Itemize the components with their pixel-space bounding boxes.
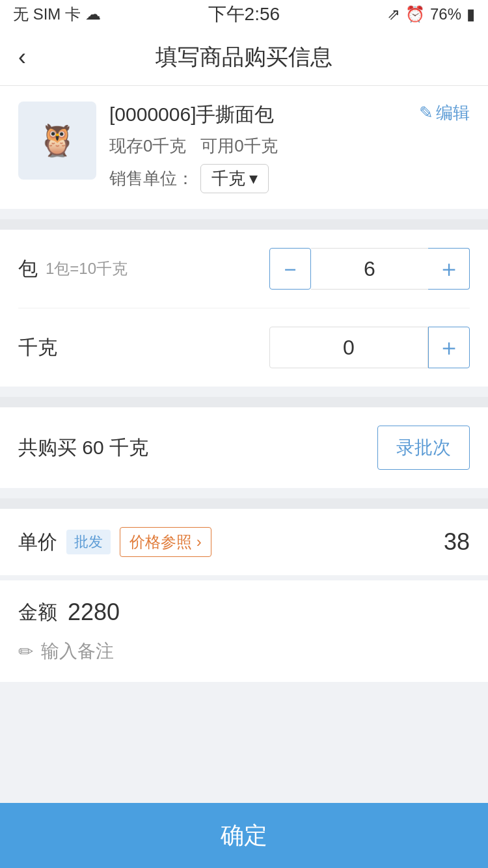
product-unit-row: 销售单位： 千克 ▾ xyxy=(109,164,470,193)
status-bar: 无 SIM 卡 ☁ 下午2:56 ⇗ ⏰ 76% ▮ xyxy=(0,0,488,29)
price-ref-button[interactable]: 价格参照 › xyxy=(120,527,211,557)
bao-label: 包 xyxy=(18,256,38,282)
price-type-badge: 批发 xyxy=(66,530,111,554)
nav-bar: ‹ 填写商品购买信息 xyxy=(0,29,488,86)
product-logo-icon: 🦉 xyxy=(38,122,77,159)
total-text: 共购买 60 千克 xyxy=(18,435,148,461)
unit-label: 销售单位： xyxy=(109,167,194,190)
status-time: 下午2:56 xyxy=(208,2,280,27)
product-info: [0000006]手撕面包 ✎ 编辑 现存0千克 可用0千克 销售单位： 千克 … xyxy=(109,102,470,193)
bao-plus-button[interactable]: ＋ xyxy=(428,248,470,290)
kg-input-row: 千克 ＋ xyxy=(18,308,470,387)
price-label-group: 单价 批发 价格参照 › xyxy=(18,527,211,557)
page-title: 填写商品购买信息 xyxy=(156,42,332,72)
product-stock: 现存0千克 可用0千克 xyxy=(109,135,470,157)
bao-input-row: 包 1包=10千克 － ＋ xyxy=(18,230,470,308)
input-section: 包 1包=10千克 － ＋ 千克 ＋ xyxy=(0,230,488,387)
kg-control: ＋ xyxy=(269,327,470,368)
kg-input[interactable] xyxy=(269,327,428,368)
bao-hint: 1包=10千克 xyxy=(46,258,128,279)
amount-section: 金额 2280 ✏ 输入备注 xyxy=(0,580,488,682)
bao-label-group: 包 1包=10千克 xyxy=(18,256,128,282)
divider-3 xyxy=(0,498,488,509)
bao-minus-button[interactable]: － xyxy=(269,248,311,290)
product-section: 🦉 [0000006]手撕面包 ✎ 编辑 现存0千克 可用0千克 销售单位： 千… xyxy=(0,86,488,209)
divider-1 xyxy=(0,219,488,230)
remark-placeholder: 输入备注 xyxy=(41,639,114,664)
unit-value: 千克 xyxy=(211,167,245,190)
edit-icon: ✎ xyxy=(419,103,433,123)
price-value: 38 xyxy=(444,528,470,556)
remark-icon: ✏ xyxy=(18,641,33,662)
available-value: 可用0千克 xyxy=(200,136,277,156)
batch-button[interactable]: 录批次 xyxy=(377,426,470,470)
price-section: 单价 批发 价格参照 › 38 xyxy=(0,509,488,575)
alarm-icon: ⏰ xyxy=(405,5,425,23)
price-label: 单价 xyxy=(18,529,57,556)
kg-plus-button[interactable]: ＋ xyxy=(428,327,470,368)
product-name: [0000006]手撕面包 xyxy=(109,102,274,128)
stock-value: 现存0千克 xyxy=(109,136,186,156)
kg-label: 千克 xyxy=(18,334,57,361)
battery-icon: ▮ xyxy=(467,5,475,23)
product-top-row: [0000006]手撕面包 ✎ 编辑 xyxy=(109,102,470,135)
dropdown-icon: ▾ xyxy=(249,169,258,189)
unit-select[interactable]: 千克 ▾ xyxy=(200,164,269,193)
divider-2 xyxy=(0,397,488,407)
amount-value: 2280 xyxy=(68,599,120,626)
amount-row: 金额 2280 xyxy=(18,599,470,626)
total-section: 共购买 60 千克 录批次 xyxy=(0,407,488,488)
edit-label: 编辑 xyxy=(436,102,470,124)
edit-button[interactable]: ✎ 编辑 xyxy=(419,102,470,124)
status-left: 无 SIM 卡 ☁ xyxy=(13,4,101,25)
amount-label: 金额 xyxy=(18,599,57,626)
sim-indicator: 无 SIM 卡 ☁ xyxy=(13,4,101,25)
bao-control: － ＋ xyxy=(269,248,470,290)
battery-level: 76% xyxy=(430,5,461,23)
remark-row[interactable]: ✏ 输入备注 xyxy=(18,639,470,664)
bao-input[interactable] xyxy=(311,248,428,290)
status-right: ⇗ ⏰ 76% ▮ xyxy=(387,5,475,23)
price-row: 单价 批发 价格参照 › 38 xyxy=(18,527,470,557)
location-icon: ⇗ xyxy=(387,5,400,23)
product-thumbnail: 🦉 xyxy=(18,102,96,180)
confirm-button[interactable]: 确定 xyxy=(0,803,488,868)
back-button[interactable]: ‹ xyxy=(18,44,26,71)
